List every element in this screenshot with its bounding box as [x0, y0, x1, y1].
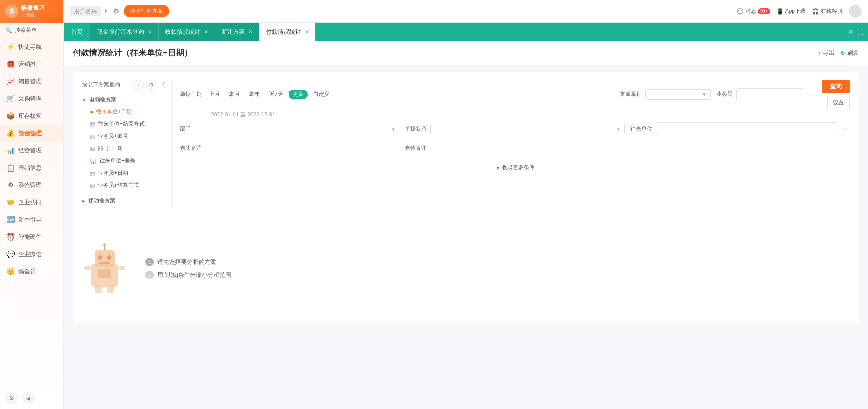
scheme-panel-title: 按以下方案查询 — [82, 81, 131, 89]
filter-form: 单据日期 上月 本月 本年 近7天 更多 自定义 来源单据 — [180, 80, 850, 207]
sidebar-nav: ⚡ 快捷导航 🎁 营销推广 📈 销售管理 🛒 采购管理 📦 库存核算 💰 资金管… — [0, 38, 63, 387]
filter-settings-button[interactable]: 设置 — [827, 96, 850, 109]
sidebar-item-inventory[interactable]: 📦 库存核算 — [0, 107, 63, 125]
trial-button[interactable]: 体验行业方案 — [124, 5, 169, 17]
online-service-button[interactable]: 🎧 在线客服 — [812, 7, 843, 15]
mobile-group-title[interactable]: ▶ 移动端方案 — [82, 195, 165, 207]
footer-settings-button[interactable]: ⚙ — [5, 392, 18, 404]
dept-label: 部门 — [180, 125, 191, 133]
this-year-btn[interactable]: 本年 — [245, 89, 264, 100]
sidebar-collapse-button[interactable]: ◀ — [22, 392, 35, 404]
sidebar-item-marketing[interactable]: 🎁 营销推广 — [0, 56, 63, 73]
scheme-item-icon-1: ▦ — [90, 121, 95, 127]
topbar-actions: 💬 消息 99+ 📱 App下载 🎧 在线客服 — [737, 5, 862, 18]
scheme-item-dept-date[interactable]: ▦ 部门+日期 — [87, 142, 165, 155]
desktop-group-arrow-icon: ▼ — [82, 97, 86, 102]
refresh-button[interactable]: ↻ 刷新 — [840, 49, 859, 57]
sidebar-item-basic[interactable]: 📋 基础信息 — [0, 159, 63, 177]
user-avatar[interactable] — [849, 5, 862, 18]
sidebar-item-enterprise[interactable]: 🤝 企业协同 — [0, 194, 63, 211]
tab-payment-stat[interactable]: 付款情况统计 ✕ — [259, 23, 315, 41]
user-chevron-icon[interactable]: ▼ — [104, 9, 108, 14]
search-menu[interactable]: 🔍 搜索菜单 — [0, 23, 63, 38]
date-options: 上月 本月 本年 近7天 更多 自定义 — [205, 89, 333, 100]
counterpart-input[interactable] — [656, 122, 838, 135]
empty-state: 1 请先选择要分析的方案 2 用[过滤]条件来缩小分析范围 — [73, 214, 859, 323]
this-month-btn[interactable]: 本月 — [225, 89, 244, 100]
tab-expand-icon[interactable]: ⛶ — [857, 28, 863, 35]
logo-text: 畅捷通巧 标准版 — [21, 5, 45, 18]
app-download-button[interactable]: 📱 App下载 — [777, 7, 806, 15]
table-body-note-label: 表体备注 — [405, 144, 427, 152]
tab-bank-flow-close-icon[interactable]: ✕ — [148, 29, 152, 35]
source-bill-select[interactable]: ▼ — [645, 89, 711, 100]
empty-tip-2: 2 用[过滤]条件来缩小分析范围 — [145, 271, 231, 279]
more-dates-btn[interactable]: 更多 — [289, 90, 308, 99]
sidebar-item-wechat[interactable]: 💬 企业微信 — [0, 246, 63, 263]
sidebar-item-quick-nav[interactable]: ⚡ 快捷导航 — [0, 38, 63, 56]
export-button[interactable]: ↑ 导出 — [818, 49, 835, 57]
tab-new-scheme[interactable]: 新建方案 ✕ — [215, 23, 259, 41]
empty-tips: 1 请先选择要分析的方案 2 用[过滤]条件来缩小分析范围 — [145, 258, 231, 279]
counterpart-label: 往来单位 — [630, 125, 652, 133]
salesman-input[interactable] — [736, 88, 803, 101]
scheme-item-counterpart-settle[interactable]: ▦ 往来单位+结算方式 — [87, 118, 165, 130]
user-area: 用户名称 ▼ — [70, 6, 108, 16]
table-header-note-input[interactable] — [205, 141, 399, 154]
empty-robot-illustration — [82, 241, 127, 287]
sidebar-item-hardware[interactable]: ⏰ 智能硬件 — [0, 228, 63, 246]
bill-status-select[interactable]: ▼ — [430, 124, 624, 134]
table-header-note-label: 表头备注 — [180, 144, 202, 152]
svg-rect-7 — [84, 266, 91, 270]
sidebar-item-sales[interactable]: 📈 销售管理 — [0, 73, 63, 90]
salesman-label: 业务员 — [716, 91, 733, 98]
messages-button[interactable]: 💬 消息 99+ — [737, 7, 770, 15]
last-7days-btn[interactable]: 近7天 — [265, 89, 287, 100]
counterpart-dots-icon[interactable]: ··· — [841, 125, 850, 132]
desktop-group-title[interactable]: ▼ 电脑端方案 — [82, 94, 165, 106]
tab-payment-stat-close-icon[interactable]: ✕ — [305, 29, 309, 35]
mobile-group-arrow-icon: ▶ — [82, 198, 85, 203]
scheme-item-counterpart-date[interactable]: ● 往来单位+日期 — [87, 106, 165, 118]
query-button[interactable]: 查询 — [822, 80, 850, 93]
sidebar-item-fund[interactable]: 💰 资金管理 — [0, 125, 63, 142]
collapse-more-button[interactable]: ∧ 收起更多条件 — [180, 161, 850, 174]
last-month-btn[interactable]: 上月 — [205, 89, 224, 100]
dept-arrow-icon: ▼ — [391, 126, 395, 131]
svg-rect-1 — [95, 250, 115, 267]
dept-select[interactable]: ▼ — [195, 124, 399, 134]
app-icon: 📱 — [777, 8, 783, 15]
tabbar: 首页 现金银行流水查询 ✕ 收款情况统计 ✕ 新建方案 ✕ 付款情况统计 ✕ ✕… — [64, 23, 868, 41]
salesman-dots-icon[interactable]: ··· — [807, 91, 816, 98]
custom-date-btn[interactable]: 自定义 — [309, 89, 333, 100]
topbar-settings-icon[interactable]: ⚙ — [113, 7, 119, 15]
bill-date-label: 单据日期 — [180, 91, 202, 98]
scheme-item-counterpart-account[interactable]: 📊 往来单位+账号 — [87, 155, 165, 167]
scheme-add-button[interactable]: + — [134, 80, 144, 90]
topbar: 用户名称 ▼ ⚙ 体验行业方案 💬 消息 99+ 📱 App下载 🎧 在线客服 — [64, 0, 868, 23]
scheme-item-salesman-account[interactable]: ▦ 业务员+账号 — [87, 130, 165, 142]
tab-close-all-icon[interactable]: ✕ — [848, 28, 853, 35]
sidebar-item-purchase[interactable]: 🛒 采购管理 — [0, 90, 63, 107]
scheme-item-salesman-settle[interactable]: ▦ 业务员+结算方式 — [87, 179, 165, 192]
hardware-icon: ⏰ — [6, 233, 15, 241]
svg-point-2 — [98, 255, 102, 260]
basic-icon: 📋 — [6, 164, 15, 172]
sidebar-item-member[interactable]: 👑 畅会员 — [0, 263, 63, 280]
scheme-item-salesman-date[interactable]: ▦ 业务员+日期 — [87, 167, 165, 179]
tab-payment-stats[interactable]: 收款情况统计 ✕ — [158, 23, 215, 41]
table-header-note-field: 表头备注 — [180, 141, 399, 154]
scheme-collapse-icon[interactable]: 《 — [159, 81, 165, 89]
tab-home[interactable]: 首页 — [64, 23, 90, 41]
scheme-panel: 按以下方案查询 + ⚙ 《 ▼ 电脑端方案 ● 往来单位 — [82, 80, 173, 207]
tab-payment-stats-close-icon[interactable]: ✕ — [204, 29, 208, 35]
tab-new-scheme-close-icon[interactable]: ✕ — [249, 29, 253, 35]
scheme-settings-button[interactable]: ⚙ — [146, 80, 156, 90]
sidebar-item-guide[interactable]: 🆕 新手引导 — [0, 211, 63, 228]
sidebar-item-operation[interactable]: 📊 经营管理 — [0, 142, 63, 159]
tab-bank-flow[interactable]: 现金银行流水查询 ✕ — [90, 23, 158, 41]
desktop-scheme-group: ▼ 电脑端方案 ● 往来单位+日期 ▦ 往来单位+结算方式 — [82, 94, 165, 192]
table-body-note-input[interactable] — [430, 141, 624, 154]
search-icon: 🔍 — [5, 27, 12, 34]
sidebar-item-system[interactable]: ⚙ 系统管理 — [0, 177, 63, 194]
